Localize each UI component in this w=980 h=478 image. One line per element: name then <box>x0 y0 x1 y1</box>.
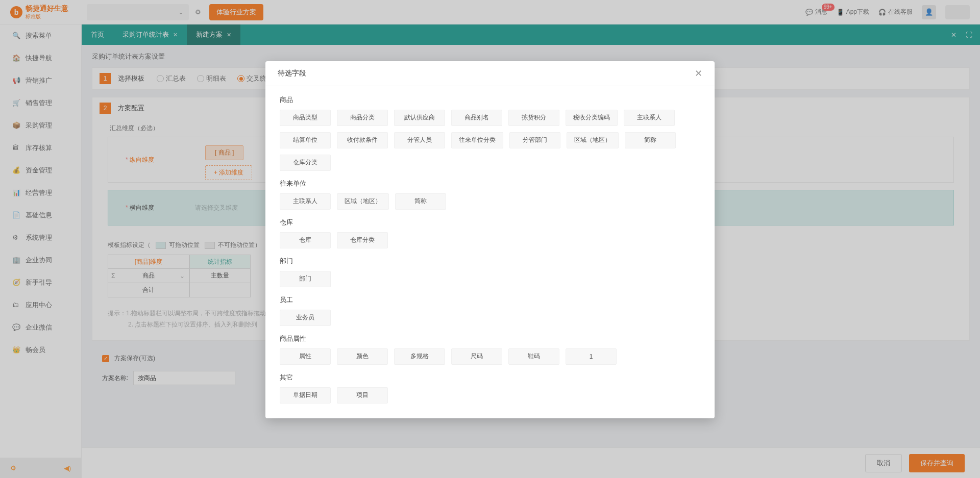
field-chip[interactable]: 项目 <box>337 387 388 404</box>
modal-body: 商品商品类型商品分类默认供应商商品别名拣货积分税收分类编码主联系人结算单位收付款… <box>265 86 715 418</box>
field-chip[interactable]: 仓库分类 <box>280 155 331 171</box>
field-chip[interactable]: 商品别名 <box>451 110 502 126</box>
field-chip[interactable]: 主联系人 <box>624 110 675 126</box>
field-chip[interactable]: 单据日期 <box>280 387 331 404</box>
field-chip[interactable]: 1 <box>566 348 617 365</box>
field-chip[interactable]: 仓库分类 <box>337 232 388 248</box>
field-chip[interactable]: 简称 <box>395 193 446 210</box>
field-chip[interactable]: 主联系人 <box>280 193 331 210</box>
field-picker-modal: 待选字段 ✕ 商品商品类型商品分类默认供应商商品别名拣货积分税收分类编码主联系人… <box>265 61 715 418</box>
field-group-1: 往来单位主联系人区域（地区）简称 <box>280 179 700 210</box>
field-group-6: 其它单据日期项目 <box>280 373 700 404</box>
modal-overlay[interactable]: 待选字段 ✕ 商品商品类型商品分类默认供应商商品别名拣货积分税收分类编码主联系人… <box>0 0 980 478</box>
field-chip[interactable]: 业务员 <box>280 310 331 326</box>
field-chip[interactable]: 商品分类 <box>337 110 388 126</box>
field-chip[interactable]: 往来单位分类 <box>451 132 503 148</box>
field-chip[interactable]: 尺码 <box>451 348 502 365</box>
modal-title: 待选字段 <box>278 69 306 78</box>
field-chip[interactable]: 鞋码 <box>508 348 559 365</box>
modal-close-button[interactable]: ✕ <box>695 68 702 79</box>
field-group-3: 部门部门 <box>280 257 700 287</box>
field-group-title: 部门 <box>280 257 700 266</box>
field-chip[interactable]: 简称 <box>625 132 676 148</box>
field-group-title: 往来单位 <box>280 179 700 188</box>
field-chip[interactable]: 结算单位 <box>280 132 331 148</box>
field-chip[interactable]: 收付款条件 <box>337 132 388 148</box>
field-chip[interactable]: 拣货积分 <box>508 110 559 126</box>
field-chip[interactable]: 商品类型 <box>280 110 331 126</box>
field-chip[interactable]: 默认供应商 <box>394 110 445 126</box>
field-chip[interactable]: 仓库 <box>280 232 331 248</box>
field-chip[interactable]: 区域（地区） <box>337 193 389 210</box>
field-chip[interactable]: 多规格 <box>394 348 445 365</box>
field-chip[interactable]: 区域（地区） <box>567 132 619 148</box>
field-group-5: 商品属性属性颜色多规格尺码鞋码1 <box>280 334 700 365</box>
field-group-title: 商品属性 <box>280 334 700 343</box>
field-chip[interactable]: 分管部门 <box>509 132 560 148</box>
field-chip[interactable]: 部门 <box>280 271 331 287</box>
field-chip[interactable]: 税收分类编码 <box>566 110 618 126</box>
field-group-4: 员工业务员 <box>280 295 700 326</box>
field-group-2: 仓库仓库仓库分类 <box>280 218 700 248</box>
field-group-title: 商品 <box>280 95 700 105</box>
field-chip[interactable]: 颜色 <box>337 348 388 365</box>
field-group-title: 员工 <box>280 295 700 305</box>
field-group-title: 其它 <box>280 373 700 382</box>
field-chip[interactable]: 属性 <box>280 348 331 365</box>
field-group-title: 仓库 <box>280 218 700 227</box>
field-chip[interactable]: 分管人员 <box>394 132 445 148</box>
field-group-0: 商品商品类型商品分类默认供应商商品别名拣货积分税收分类编码主联系人结算单位收付款… <box>280 95 700 171</box>
